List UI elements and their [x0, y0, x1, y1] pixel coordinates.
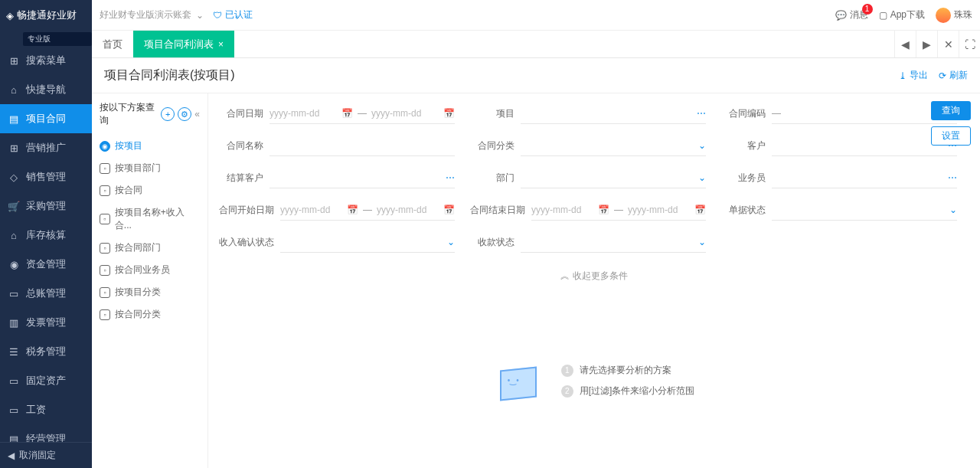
- sidebar-item-label: 发票管理: [26, 316, 66, 329]
- scheme-item-label: 按合同部门: [115, 241, 161, 254]
- scheme-item-label: 按项目分类: [115, 286, 161, 299]
- close-icon[interactable]: ×: [218, 39, 224, 50]
- sidebar-item[interactable]: ▥发票管理: [0, 308, 92, 337]
- settle-customer-select[interactable]: ⋯: [270, 167, 455, 188]
- sidebar-item-label: 经营管理: [26, 432, 66, 442]
- customer-select[interactable]: ⋯: [772, 135, 957, 156]
- scheme-item[interactable]: ▫按合同部门: [92, 237, 207, 259]
- scheme-item[interactable]: ◉按项目: [92, 135, 207, 157]
- project-select[interactable]: ⋯: [521, 103, 706, 124]
- tab-home[interactable]: 首页: [92, 31, 133, 57]
- add-scheme-button[interactable]: +: [161, 107, 175, 121]
- topbar: 好业财专业版演示账套 ⌄ 🛡 已认证 💬 消息 1 ▢ App下载: [92, 0, 980, 31]
- sidebar-item[interactable]: ▤项目合同: [0, 104, 92, 133]
- export-button[interactable]: ⤓ 导出: [899, 69, 928, 82]
- app-download-button[interactable]: ▢ App下载: [879, 8, 925, 21]
- menu-icon: ▤: [8, 433, 20, 442]
- sidebar-item-label: 库存核算: [26, 228, 66, 242]
- scheme-item[interactable]: ▫按项目部门: [92, 157, 207, 179]
- logo: ◈ 畅捷通好业财: [0, 0, 92, 31]
- menu-icon: ▥: [8, 316, 20, 329]
- sidebar-item[interactable]: ⊞营销推广: [0, 133, 92, 162]
- page-title: 项目合同利润表(按项目): [104, 67, 235, 83]
- scheme-item-label: 按合同业务员: [115, 263, 170, 277]
- sidebar-item[interactable]: ◇销售管理: [0, 162, 92, 191]
- collapse-conditions-button[interactable]: ︽ 收起更多条件: [208, 263, 980, 293]
- shield-icon: 🛡: [213, 10, 222, 21]
- scheme-item[interactable]: ▫按项目分类: [92, 281, 207, 303]
- scheme-item[interactable]: ▫按项目名称+收入合...: [92, 201, 207, 237]
- label-contract-name: 合同名称: [217, 139, 263, 152]
- more-icon: ⋯: [948, 172, 957, 183]
- tabs-next-button[interactable]: ▶: [916, 31, 937, 57]
- messages-button[interactable]: 💬 消息 1: [835, 8, 868, 21]
- scheme-item-label: 按合同分类: [115, 308, 161, 321]
- settings-button[interactable]: 设置: [931, 126, 971, 146]
- chevron-down-icon: ⌄: [196, 10, 204, 21]
- scheme-icon: ◉: [100, 141, 110, 152]
- sales-select[interactable]: ⋯: [772, 167, 957, 188]
- scheme-icon: ▫: [100, 163, 110, 174]
- sidebar-item[interactable]: ⌂快捷导航: [0, 75, 92, 104]
- user-menu[interactable]: 珠珠: [936, 8, 972, 23]
- sidebar: ◈ 畅捷通好业财 专业版 ⊞搜索菜单⌂快捷导航▤项目合同⊞营销推广◇销售管理🛒采…: [0, 0, 92, 468]
- sidebar-item[interactable]: ◉资金管理: [0, 250, 92, 279]
- refresh-button[interactable]: ⟳ 刷新: [939, 69, 968, 82]
- scheme-item[interactable]: ▫按合同业务员: [92, 259, 207, 281]
- chat-icon: 💬: [835, 10, 847, 21]
- label-contract-cat: 合同分类: [469, 139, 514, 152]
- scheme-item[interactable]: ▫按合同: [92, 179, 207, 201]
- scheme-panel: 按以下方案查询 + ⚙ « ◉按项目▫按项目部门▫按合同▫按项目名称+收入合..…: [92, 93, 208, 468]
- contract-name-input[interactable]: [270, 135, 455, 156]
- sidebar-item-label: 总账管理: [26, 286, 66, 300]
- sidebar-item-label: 工资: [26, 403, 46, 417]
- contract-date-range[interactable]: yyyy-mm-dd📅 — yyyy-mm-dd📅: [270, 103, 455, 124]
- sidebar-item[interactable]: ▭工资: [0, 395, 92, 424]
- label-customer: 客户: [720, 139, 766, 152]
- empty-step-1: 1请先选择要分析的方案: [561, 364, 695, 377]
- scheme-settings-button[interactable]: ⚙: [178, 107, 191, 121]
- tenant-selector[interactable]: 好业财专业版演示账套 ⌄: [100, 8, 204, 21]
- query-button[interactable]: 查询: [931, 101, 971, 120]
- calendar-icon: 📅: [694, 205, 706, 215]
- menu-icon: ◉: [8, 258, 20, 270]
- tab-active[interactable]: 项目合同利润表 ×: [133, 31, 234, 57]
- refresh-icon: ⟳: [939, 70, 946, 81]
- scheme-item[interactable]: ▫按合同分类: [92, 303, 207, 326]
- sidebar-item[interactable]: ▭总账管理: [0, 279, 92, 308]
- sidebar-item[interactable]: ⌂库存核算: [0, 221, 92, 250]
- sidebar-item[interactable]: ▤经营管理: [0, 424, 92, 442]
- scheme-icon: ▫: [100, 214, 110, 224]
- start-date-range[interactable]: yyyy-mm-dd📅 — yyyy-mm-dd📅: [280, 199, 455, 221]
- label-settle-customer: 结算客户: [217, 172, 263, 185]
- tabs-prev-button[interactable]: ◀: [894, 31, 916, 57]
- collapse-panel-button[interactable]: «: [194, 109, 200, 119]
- tabs-close-button[interactable]: ✕: [937, 31, 959, 57]
- contract-no-input[interactable]: —: [772, 103, 957, 124]
- end-date-range[interactable]: yyyy-mm-dd📅 — yyyy-mm-dd📅: [531, 199, 706, 221]
- doc-status-select[interactable]: ⌄: [772, 199, 957, 221]
- income-status-select[interactable]: ⌄: [280, 231, 455, 253]
- sidebar-item[interactable]: ▭固定资产: [0, 366, 92, 395]
- chevron-down-icon: ⌄: [698, 237, 706, 247]
- caret-left-icon: ◀: [8, 450, 15, 461]
- more-icon: ⋯: [446, 172, 455, 183]
- empty-illustration: •‿•: [494, 356, 543, 405]
- menu-icon: ▭: [8, 375, 20, 387]
- sidebar-item[interactable]: 🛒采购管理: [0, 191, 92, 221]
- sidebar-item[interactable]: ⊞搜索菜单: [0, 46, 92, 75]
- sidebar-item[interactable]: ☰税务管理: [0, 337, 92, 366]
- label-dept: 部门: [469, 172, 514, 185]
- dept-select[interactable]: ⌄: [521, 167, 706, 188]
- export-icon: ⤓: [899, 70, 906, 81]
- contract-cat-select[interactable]: ⌄: [521, 135, 706, 156]
- sidebar-item-label: 税务管理: [26, 345, 66, 358]
- sidebar-item-label: 资金管理: [26, 257, 66, 271]
- menu-icon: ▤: [8, 113, 20, 125]
- receipt-status-select[interactable]: ⌄: [521, 231, 706, 253]
- chevron-down-icon: ⌄: [949, 205, 957, 215]
- unpin-button[interactable]: ◀ 取消固定: [0, 442, 92, 468]
- menu-icon: ☰: [8, 345, 20, 358]
- fullscreen-button[interactable]: ⛶: [959, 31, 980, 57]
- chevron-down-icon: ⌄: [698, 140, 706, 151]
